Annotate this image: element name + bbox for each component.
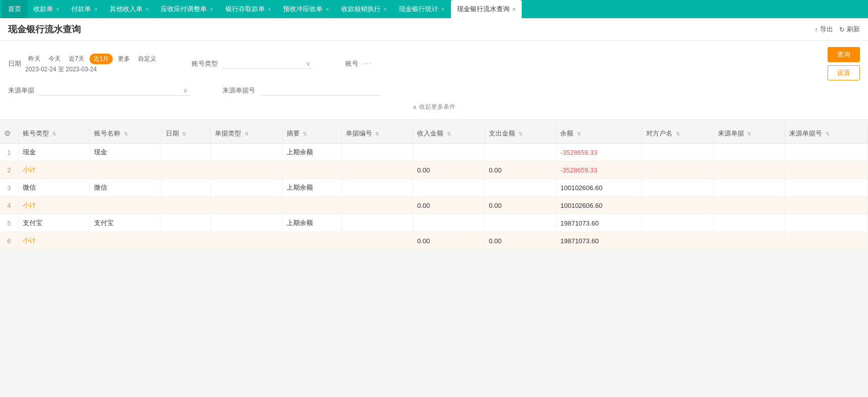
sort-icon: ⇅ — [303, 131, 307, 137]
cell-balance: -3528659.33 — [556, 161, 642, 179]
cell-counterpart — [642, 197, 714, 214]
col-source-doc-no[interactable]: 来源单据号 ⇅ — [785, 124, 868, 144]
col-account-name[interactable]: 账号名称 ⇅ — [90, 124, 162, 144]
nav-tab-yinhangcunqu[interactable]: 银行存取款单 × — [219, 0, 277, 18]
date-btn-today[interactable]: 今天 — [45, 54, 64, 64]
cell-source-doc-no — [785, 232, 868, 250]
col-doc-no[interactable]: 单据编号 ⇅ — [341, 124, 413, 144]
close-icon[interactable]: × — [326, 6, 329, 12]
nav-tab-xianjinyinhang-tongji[interactable]: 现金银行统计 × — [393, 0, 450, 18]
col-expense[interactable]: 支出金额 ⇅ — [484, 124, 556, 144]
cell-account-type: 支付宝 — [18, 214, 90, 232]
cell-account-type: 现金 — [18, 144, 90, 161]
row-number: 5 — [0, 214, 18, 232]
cell-counterpart — [642, 232, 714, 250]
cell-doc-type — [211, 197, 283, 214]
close-icon[interactable]: × — [384, 6, 387, 12]
filter-row-1: 日期 昨天 今天 近7天 近1月 更多 自定义 2023-02-24 至 202… — [8, 47, 860, 80]
refresh-button[interactable]: ↻ 刷新 — [839, 25, 860, 34]
top-navigation: 首页 收款单 × 付款单 × 其他收入单 × 应收应付调整单 × 银行存取款单 … — [0, 0, 868, 18]
close-icon[interactable]: × — [441, 6, 444, 12]
col-balance[interactable]: 余额 ⇅ — [556, 124, 642, 144]
col-account-type[interactable]: 账号类型 ⇅ — [18, 124, 90, 144]
cell-income — [413, 179, 485, 197]
date-btn-more[interactable]: 更多 — [115, 54, 133, 64]
col-source-doc[interactable]: 来源单据 ⇅ — [713, 124, 785, 144]
nav-home[interactable]: 首页 — [2, 0, 27, 18]
query-button[interactable]: 查询 — [828, 47, 860, 62]
export-button[interactable]: ↑ 导出 — [815, 25, 834, 34]
header-actions: ↑ 导出 ↻ 刷新 — [815, 25, 860, 34]
account-label: 账号 — [345, 59, 358, 68]
account-more-icon[interactable]: ··· — [362, 59, 372, 68]
source-doc-num-label: 来源单据号 — [222, 86, 255, 95]
close-icon[interactable]: × — [146, 6, 149, 12]
source-doc-filter: 来源单据 ∨ — [8, 85, 190, 96]
settings-button[interactable]: 设置 — [828, 65, 860, 80]
chevron-down-icon: ∨ — [306, 60, 311, 67]
nav-tab-qitashouru[interactable]: 其他收入单 × — [104, 0, 155, 18]
cell-account-name — [90, 197, 162, 214]
col-date[interactable]: 日期 ⇅ — [161, 124, 211, 144]
cell-doc-no — [341, 197, 413, 214]
close-icon[interactable]: × — [56, 6, 59, 12]
page-title: 现金银行流水查询 — [8, 23, 81, 35]
cell-source-doc — [713, 144, 785, 161]
date-btn-1month[interactable]: 近1月 — [89, 54, 113, 64]
source-doc-num-input[interactable] — [259, 85, 381, 96]
source-doc-select[interactable]: ∨ — [38, 85, 190, 96]
cell-expense — [484, 179, 556, 197]
date-btn-7days[interactable]: 近7天 — [66, 54, 87, 64]
table-row: 4 小计 0.00 0.00 100102606.60 — [0, 197, 868, 214]
col-income[interactable]: 收入金额 ⇅ — [413, 124, 485, 144]
cell-counterpart — [642, 179, 714, 197]
nav-tab-shoukuanhexiao[interactable]: 收款核销执行 × — [335, 0, 393, 18]
cell-counterpart — [642, 161, 714, 179]
cell-income: 0.00 — [413, 197, 485, 214]
nav-tab-shoukuandan[interactable]: 收款单 × — [27, 0, 65, 18]
cell-summary — [282, 232, 341, 250]
account-type-select[interactable]: ∨ — [222, 59, 313, 69]
nav-tab-fukuandan[interactable]: 付款单 × — [65, 0, 103, 18]
filter-row-2: 来源单据 ∨ 来源单据号 — [8, 85, 860, 96]
sort-icon: ⇅ — [519, 131, 523, 137]
export-icon: ↑ — [815, 26, 818, 33]
row-number: 1 — [0, 144, 18, 161]
cell-expense: 0.00 — [484, 232, 556, 250]
close-icon[interactable]: × — [268, 6, 271, 12]
col-summary[interactable]: 摘要 ⇅ — [282, 124, 341, 144]
source-doc-label: 来源单据 — [8, 86, 34, 95]
cell-source-doc — [713, 179, 785, 197]
cell-account-name: 现金 — [90, 144, 162, 161]
sort-icon: ⇅ — [52, 131, 56, 137]
account-filter: 账号 ··· — [345, 59, 372, 68]
gear-icon[interactable]: ⚙ — [4, 129, 11, 138]
col-doc-type[interactable]: 单据类型 ⇅ — [211, 124, 283, 144]
date-range-display: 2023-02-24 至 2023-03-24 — [25, 65, 159, 74]
cell-expense: 0.00 — [484, 197, 556, 214]
close-icon[interactable]: × — [94, 6, 97, 12]
cell-expense — [484, 214, 556, 232]
nav-tab-yushouxying[interactable]: 预收冲应收单 × — [277, 0, 335, 18]
cell-summary — [282, 197, 341, 214]
cell-summary: 上期余额 — [282, 214, 341, 232]
cell-balance: 19871073.60 — [556, 214, 642, 232]
col-counterpart[interactable]: 对方户名 ⇅ — [642, 124, 714, 144]
cell-summary — [282, 161, 341, 179]
collapse-button[interactable]: ∧ 收起更多条件 — [413, 103, 455, 111]
cell-counterpart — [642, 214, 714, 232]
table-row: 6 小计 0.00 0.00 19871073.60 — [0, 232, 868, 250]
close-icon[interactable]: × — [210, 6, 213, 12]
close-icon[interactable]: × — [513, 6, 516, 12]
date-btn-yesterday[interactable]: 昨天 — [25, 54, 43, 64]
table-header-row: ⚙ 账号类型 ⇅ 账号名称 ⇅ 日期 ⇅ 单据类型 ⇅ — [0, 124, 868, 144]
cell-expense — [484, 144, 556, 161]
nav-tab-xianjinyinhang-liushui[interactable]: 现金银行流水查询 × — [451, 0, 522, 18]
cell-source-doc-no — [785, 179, 868, 197]
cell-date — [161, 144, 211, 161]
date-btn-custom[interactable]: 自定义 — [135, 54, 159, 64]
cell-date — [161, 214, 211, 232]
cell-source-doc-no — [785, 144, 868, 161]
nav-tab-yingshouyingfu[interactable]: 应收应付调整单 × — [155, 0, 219, 18]
table-row: 2 小计 0.00 0.00 -3528659.33 — [0, 161, 868, 179]
